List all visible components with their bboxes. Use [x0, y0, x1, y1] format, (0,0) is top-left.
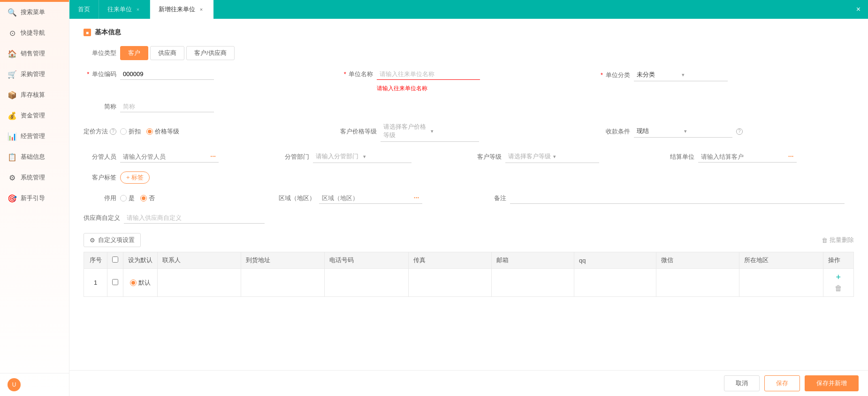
qq-input[interactable]	[579, 279, 651, 286]
customer-grade-select[interactable]: 请选择客户等级 ▾	[505, 150, 599, 163]
wechat-input[interactable]	[661, 279, 734, 286]
area-dots-btn[interactable]: ···	[414, 194, 419, 202]
area-input[interactable]	[322, 194, 412, 202]
col-header-region: 所在地区	[739, 252, 823, 269]
save-new-button[interactable]: 保存并新增	[805, 375, 859, 391]
email-input[interactable]	[496, 279, 569, 286]
pricing-help-icon[interactable]: ?	[110, 128, 116, 135]
required-star-cat: *	[601, 71, 603, 78]
sidebar-item-inventory[interactable]: 📦 库存核算	[0, 85, 69, 105]
tab-home[interactable]: 首页	[69, 0, 99, 19]
disabled-no[interactable]: 否	[140, 194, 155, 202]
contacts-table: 序号 设为默认 联系人 到货地址 电话号码 传真 邮箱 qq 微信 所在地区	[84, 252, 854, 297]
col-header-contact: 联系人	[158, 252, 241, 269]
disabled-label: 停用	[84, 194, 116, 202]
address-input[interactable]	[246, 279, 320, 286]
sidebar-item-basics[interactable]: 📋 基础信息	[0, 147, 69, 167]
payment-help-icon[interactable]: ?	[736, 128, 743, 135]
row-checkbox[interactable]	[112, 279, 118, 285]
sidebar-item-label: 搜索菜单	[21, 8, 45, 16]
radio-yes	[120, 195, 127, 202]
dept-select[interactable]: 请输入分管部门 ▾	[313, 150, 411, 163]
cell-action: + 🗑	[823, 269, 853, 297]
chevron-down-icon2: ▾	[431, 128, 476, 134]
sidebar: 🔍 搜索菜单 ⊙ 快捷导航 🏠 销售管理 🛒 采购管理 📦 库存核算 💰 资金管…	[0, 0, 69, 396]
manager-input[interactable]	[123, 153, 208, 160]
sidebar-item-finance[interactable]: 💰 资金管理	[0, 105, 69, 126]
unit-name-input[interactable]	[377, 69, 480, 80]
add-row-button[interactable]: +	[834, 272, 843, 283]
col-header-action: 操作	[823, 252, 853, 269]
customer-price-select[interactable]: 请选择客户价格等级 ▾	[381, 121, 479, 142]
settlement-dots-btn[interactable]: ···	[788, 153, 794, 160]
manager-group: 分管人员 ···	[84, 151, 276, 163]
payment-terms-group: 收款条件 现结 ▾ ?	[597, 125, 854, 138]
tab-new-partner[interactable]: 新增往来单位 ×	[150, 0, 213, 19]
sidebar-item-label: 采购管理	[21, 70, 45, 78]
payment-terms-label: 收款条件	[597, 127, 630, 136]
payment-terms-select[interactable]: 现结 ▾	[634, 125, 732, 138]
tags-group: 客户标签 + 标签	[84, 171, 854, 184]
settlement-input[interactable]	[701, 153, 786, 160]
chevron-down-icon3: ▾	[684, 128, 730, 134]
shortname-label: 简称	[84, 102, 116, 111]
select-all-checkbox[interactable]	[112, 256, 118, 263]
contact-input[interactable]	[162, 279, 236, 286]
custom-settings-label: 自定义项设置	[98, 236, 135, 244]
save-button[interactable]: 保存	[764, 375, 800, 391]
fax-input[interactable]	[413, 279, 486, 286]
unit-category-select[interactable]: 未分类 ▾	[634, 69, 728, 81]
pricing-discount[interactable]: 折扣	[120, 127, 141, 136]
disabled-yes[interactable]: 是	[120, 194, 135, 202]
default-radio-circle	[130, 280, 137, 286]
manager-row: 分管人员 ··· 分管部门 请输入分管部门 ▾ 客户等级 请选择客户等级	[84, 150, 854, 163]
tab-partners-close[interactable]: ×	[135, 6, 141, 13]
avatar: U	[8, 378, 21, 391]
sidebar-item-label: 系统管理	[21, 173, 45, 182]
cell-seq: 1	[84, 269, 107, 297]
unit-btn-customer[interactable]: 客户	[120, 46, 148, 60]
cell-contact	[158, 269, 241, 297]
remark-label: 备注	[473, 194, 506, 202]
area-input-group: ···	[319, 192, 422, 204]
sidebar-item-system[interactable]: ⚙ 系统管理	[0, 167, 69, 188]
pricing-grade[interactable]: 价格等级	[146, 127, 179, 136]
sidebar-user-area: U	[0, 373, 69, 396]
tab-partners[interactable]: 往来单位 ×	[99, 0, 150, 19]
basics-icon: 📋	[8, 152, 17, 162]
batch-delete-button[interactable]: 🗑 批量删除	[822, 236, 854, 244]
search-icon: 🔍	[8, 8, 17, 17]
cell-address	[241, 269, 325, 297]
default-radio[interactable]: 默认	[128, 279, 152, 287]
unit-btn-both[interactable]: 客户/供应商	[186, 46, 235, 60]
delete-row-button[interactable]: 🗑	[833, 283, 844, 294]
remark-input[interactable]	[510, 193, 845, 204]
sidebar-item-sales[interactable]: 🏠 销售管理	[0, 43, 69, 64]
region-input[interactable]	[744, 279, 818, 286]
custom-settings-button[interactable]: ⚙ 自定义项设置	[84, 233, 141, 247]
add-tag-button[interactable]: + 标签	[120, 171, 150, 184]
table-section: ⚙ 自定义项设置 🗑 批量删除 序号 设为默认 联系人	[84, 233, 854, 297]
sidebar-item-guide[interactable]: 🎯 新手引导	[0, 188, 69, 209]
home-icon: ⊙	[8, 28, 17, 38]
col-header-phone: 电话号码	[325, 252, 409, 269]
tab-new-partner-close[interactable]: ×	[198, 6, 205, 13]
sidebar-item-operations[interactable]: 📊 经营管理	[0, 126, 69, 147]
supplier-custom-input[interactable]	[124, 212, 265, 224]
cancel-button[interactable]: 取消	[724, 375, 760, 391]
phone-input[interactable]	[329, 279, 404, 286]
sidebar-item-purchase[interactable]: 🛒 采购管理	[0, 64, 69, 85]
sidebar-item-quicknav[interactable]: ⊙ 快捷导航	[0, 23, 69, 43]
manager-dots-btn[interactable]: ···	[210, 153, 216, 160]
tags-row: 客户标签 + 标签	[84, 171, 854, 184]
pricing-label: 定价方法 ?	[84, 127, 116, 136]
unit-code-input[interactable]	[120, 69, 214, 80]
sidebar-item-label: 库存核算	[21, 91, 45, 99]
shortname-input[interactable]	[120, 101, 214, 112]
window-close-button[interactable]: ×	[849, 5, 868, 14]
inventory-icon: 📦	[8, 90, 17, 100]
tab-new-partner-label: 新增往来单位	[159, 5, 195, 14]
unit-btn-supplier[interactable]: 供应商	[150, 46, 184, 60]
sidebar-item-search[interactable]: 🔍 搜索菜单	[0, 2, 69, 23]
form-content: ■ 基本信息 单位类型 客户 供应商 客户/供应商 * 单位编码	[69, 19, 868, 370]
